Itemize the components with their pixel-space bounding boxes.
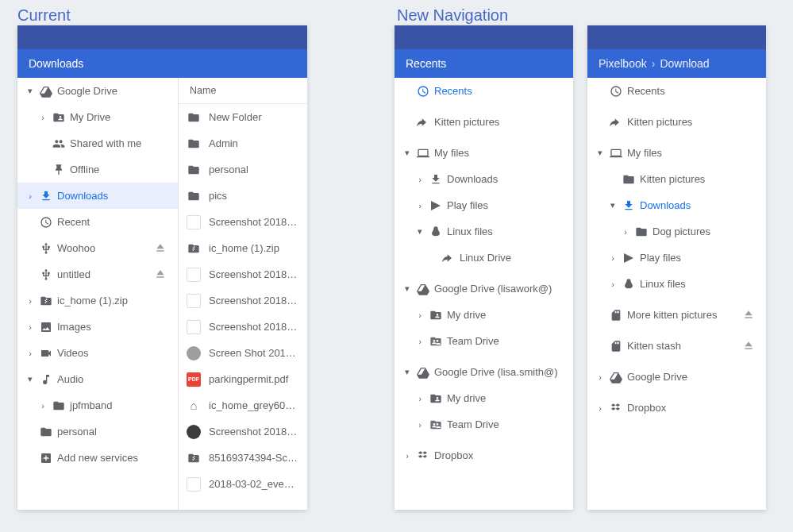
- expand-arrow-icon[interactable]: ›: [399, 451, 415, 461]
- audio-icon: [38, 373, 54, 386]
- expand-arrow-icon[interactable]: ›: [412, 201, 428, 210]
- eject-icon[interactable]: [737, 339, 760, 353]
- sd-icon: [608, 309, 624, 322]
- tree-item-more-kitten-pictures[interactable]: More kitten pictures: [587, 302, 766, 328]
- expand-arrow-icon[interactable]: ›: [618, 227, 633, 237]
- tree-item-kitten-stash[interactable]: Kitten stash: [587, 333, 766, 359]
- tree-item-add-new-services[interactable]: Add new services: [17, 445, 178, 471]
- tree-item-shared-with-me[interactable]: Shared with me: [17, 130, 178, 156]
- file-row[interactable]: Screenshot 2018-03-...: [179, 418, 307, 445]
- expand-arrow-icon[interactable]: ›: [592, 403, 608, 413]
- expand-arrow-icon[interactable]: ›: [592, 372, 608, 382]
- file-row[interactable]: Screen Shot 2016-12...: [179, 340, 307, 366]
- expand-arrow-icon[interactable]: ›: [22, 349, 38, 358]
- expand-arrow-icon[interactable]: ▾: [399, 283, 415, 294]
- tree-item-woohoo[interactable]: Woohoo: [17, 235, 178, 261]
- tree-item-linux-drive[interactable]: Linux Drive: [395, 245, 573, 271]
- breadcrumb-current[interactable]: Download: [660, 57, 709, 70]
- file-row[interactable]: Screenshot 2018-03-...: [179, 287, 307, 314]
- expand-arrow-icon[interactable]: ›: [605, 279, 621, 289]
- linux-icon: [621, 278, 637, 291]
- tree-item-images[interactable]: ›Images: [17, 314, 178, 340]
- tree-item-my-drive[interactable]: ›My drive: [395, 302, 573, 328]
- tree-item-my-files[interactable]: ▾My files: [587, 140, 766, 166]
- breadcrumb-root[interactable]: Pixelbook: [599, 57, 647, 70]
- folder-icon: [187, 189, 201, 203]
- eject-icon[interactable]: [737, 308, 760, 322]
- section-title-new: New Navigation: [397, 6, 508, 25]
- file-row[interactable]: Admin: [179, 130, 307, 156]
- file-row[interactable]: New Folder: [179, 104, 307, 130]
- expand-arrow-icon[interactable]: ›: [412, 175, 428, 184]
- expand-arrow-icon[interactable]: ▾: [22, 374, 38, 384]
- eject-icon[interactable]: [149, 241, 171, 256]
- tree-item-recents[interactable]: Recents: [587, 78, 766, 104]
- tree-item-untitled[interactable]: untitled: [17, 261, 178, 287]
- file-row[interactable]: Screenshot 2018-03-...: [179, 314, 307, 340]
- expand-arrow-icon[interactable]: ▾: [22, 86, 38, 96]
- tree-item-audio[interactable]: ▾Audio: [17, 366, 178, 392]
- zip-icon: [187, 451, 201, 465]
- tree-item-my-files[interactable]: ▾My files: [395, 140, 573, 166]
- window-titlebar: [587, 25, 766, 49]
- tree-item-team-drive[interactable]: ›Team Drive: [395, 411, 573, 438]
- expand-arrow-icon[interactable]: ▾: [399, 148, 415, 158]
- expand-arrow-icon[interactable]: ▾: [605, 200, 621, 210]
- tree-item-google-drive[interactable]: ›Google Drive: [587, 364, 766, 390]
- expand-arrow-icon[interactable]: ›: [412, 420, 428, 430]
- tree-item-label: Team Drive: [444, 418, 567, 430]
- file-row[interactable]: pics: [179, 183, 307, 209]
- tree-item-team-drive[interactable]: ›Team Drive: [395, 328, 573, 354]
- tree-item-videos[interactable]: ›Videos: [17, 340, 178, 366]
- tree-item-linux-files[interactable]: ▾Linux files: [395, 218, 573, 245]
- tree-item-my-drive[interactable]: ›My drive: [395, 385, 573, 411]
- file-name: Screenshot 2018-03-...: [209, 426, 299, 438]
- file-row[interactable]: personal: [179, 156, 307, 183]
- play-icon: [428, 199, 444, 212]
- tree-item-kitten-pictures[interactable]: Kitten pictures: [587, 109, 766, 135]
- expand-arrow-icon[interactable]: ›: [22, 191, 38, 201]
- expand-arrow-icon[interactable]: ▾: [399, 367, 415, 377]
- tree-item-recent[interactable]: Recent: [17, 209, 178, 235]
- file-row[interactable]: Screenshot 2018-03-...: [179, 261, 307, 287]
- expand-arrow-icon[interactable]: ›: [22, 296, 38, 306]
- tree-item-google-drive-lisawork-[interactable]: ▾Google Drive (lisawork@): [395, 276, 573, 302]
- tree-item-google-drive[interactable]: ▾Google Drive: [17, 78, 178, 104]
- column-header-name[interactable]: Name: [179, 78, 307, 104]
- file-row[interactable]: ic_home (1).zip: [179, 235, 307, 261]
- expand-arrow-icon[interactable]: ›: [605, 253, 621, 263]
- tree-item-downloads[interactable]: ›Downloads: [17, 183, 178, 209]
- tree-item-downloads[interactable]: ▾Downloads: [587, 192, 766, 218]
- expand-arrow-icon[interactable]: ›: [35, 113, 51, 122]
- expand-arrow-icon[interactable]: ›: [35, 401, 51, 411]
- tree-item-play-files[interactable]: ›Play files: [587, 245, 766, 271]
- tree-item-play-files[interactable]: ›Play files: [395, 192, 573, 218]
- tree-item-jpfmband[interactable]: ›jpfmband: [17, 392, 178, 418]
- eject-icon[interactable]: [149, 268, 171, 282]
- expand-arrow-icon[interactable]: ›: [412, 337, 428, 346]
- expand-arrow-icon[interactable]: ›: [22, 322, 38, 332]
- tree-item-dog-pictures[interactable]: ›Dog pictures: [587, 218, 766, 245]
- tree-item-label: Kitten pictures: [431, 116, 567, 128]
- tree-item-personal[interactable]: personal: [17, 418, 178, 445]
- expand-arrow-icon[interactable]: ▾: [412, 226, 428, 237]
- tree-item-ic-home-1-zip[interactable]: ›ic_home (1).zip: [17, 287, 178, 314]
- tree-item-kitten-pictures[interactable]: Kitten pictures: [395, 109, 573, 135]
- tree-item-dropbox[interactable]: ›Dropbox: [587, 395, 766, 421]
- tree-item-google-drive-lisa-smith-[interactable]: ▾Google Drive (lisa.smith@): [395, 359, 573, 385]
- file-row[interactable]: 85169374394-Scree...: [179, 445, 307, 471]
- file-row[interactable]: PDFparkingpermit.pdf: [179, 366, 307, 392]
- expand-arrow-icon[interactable]: ›: [412, 394, 428, 403]
- file-row[interactable]: ⌂ic_home_grey600_1x...: [179, 392, 307, 418]
- tree-item-downloads[interactable]: ›Downloads: [395, 166, 573, 192]
- expand-arrow-icon[interactable]: ▾: [592, 148, 608, 158]
- expand-arrow-icon[interactable]: ›: [412, 310, 428, 320]
- tree-item-offline[interactable]: Offline: [17, 156, 178, 183]
- tree-item-kitten-pictures[interactable]: Kitten pictures: [587, 166, 766, 192]
- file-row[interactable]: Screenshot 2018-03-...: [179, 209, 307, 235]
- tree-item-dropbox[interactable]: ›Dropbox: [395, 442, 573, 468]
- tree-item-my-drive[interactable]: ›My Drive: [17, 104, 178, 130]
- tree-item-recents[interactable]: Recents: [395, 78, 573, 104]
- tree-item-linux-files[interactable]: ›Linux files: [587, 271, 766, 297]
- file-row[interactable]: 2018-03-02_evemark...: [179, 471, 307, 497]
